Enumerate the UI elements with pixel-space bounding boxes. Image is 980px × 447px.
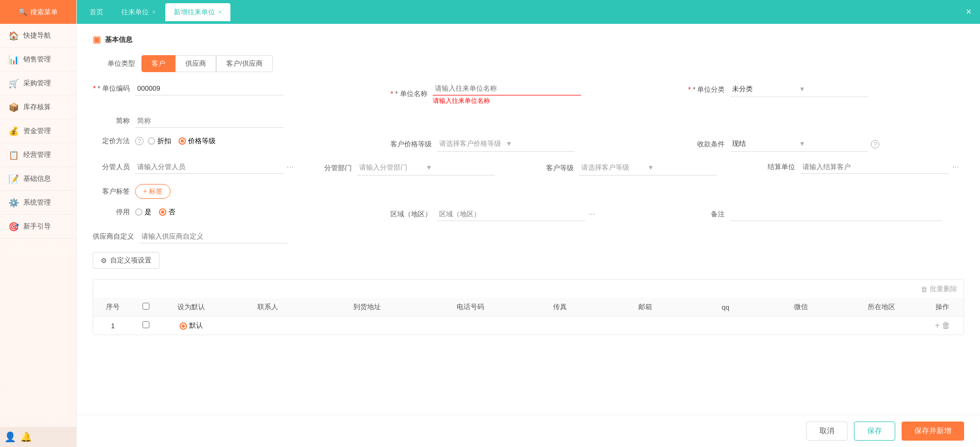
tab-units-close[interactable]: × [152,8,156,16]
form-row-shortname: 简称 [93,114,964,128]
row-contact[interactable] [223,317,313,335]
customer-level-select[interactable]: 请选择客户等级 ▼ [579,160,717,176]
manager-input[interactable] [135,160,283,174]
contact-input[interactable] [247,322,289,330]
bottom-action-bar: 取消 保存 保存并新增 [77,415,980,447]
phone-input[interactable] [447,322,494,330]
batch-delete-button[interactable]: 🗑 批量删除 [921,284,957,294]
sidebar: 🔍 搜索菜单 🏠 快捷导航 📊 销售管理 🛒 采购管理 📦 库存核算 💰 资金管… [0,0,77,447]
disable-radio-yes[interactable]: 是 [135,207,152,217]
sidebar-item-inventory[interactable]: 📦 库存核算 [0,95,76,119]
address-input[interactable] [341,322,394,330]
sidebar-item-label: 资金管理 [23,126,51,136]
row-email[interactable] [600,317,690,335]
guide-icon: 🎯 [8,221,19,232]
row-qq[interactable] [690,317,761,335]
finance-icon: 💰 [8,126,19,136]
pricing-help-icon[interactable]: ? [135,137,144,145]
category-label: * 单位分类 [688,85,730,94]
default-label: 默认 [189,321,203,329]
shortname-input[interactable] [135,114,283,128]
sidebar-item-basic[interactable]: 📝 基础信息 [0,167,76,191]
search-menu-button[interactable]: 🔍 搜索菜单 [19,7,58,17]
tab-new-unit[interactable]: 新增往来单位 × [165,3,230,21]
chevron-down-icon: ▼ [799,85,866,93]
form-row-supplier-custom: 供应商自定义 [93,230,964,243]
sidebar-item-guide[interactable]: 🎯 新手引导 [0,215,76,239]
col-checkbox [132,298,159,317]
chevron-down-icon5: ▼ [648,164,715,171]
row-address[interactable] [313,317,421,335]
region-label: 区域（地区） [390,209,437,219]
shortname-label: 简称 [93,116,135,126]
sidebar-item-label: 基础信息 [23,174,51,183]
row-wechat[interactable] [761,317,841,335]
settlement-more-button[interactable]: ··· [949,162,962,172]
pricing-radio-discount[interactable]: 折扣 [148,136,171,146]
sidebar-item-system[interactable]: ⚙️ 系统管理 [0,191,76,215]
manager-label: 分管人员 [93,162,135,172]
disable-radio-no[interactable]: 否 [159,207,175,217]
pricing-radio-level[interactable]: 价格等级 [179,136,216,146]
customize-settings-button[interactable]: ⚙ 自定义项设置 [93,252,159,269]
name-input[interactable] [433,82,581,95]
save-button[interactable]: 保存 [854,422,895,441]
row-phone[interactable] [421,317,520,335]
qq-input[interactable] [709,322,741,330]
notification-icon: 🔔 [20,431,32,443]
tab-new-unit-close[interactable]: × [218,8,222,16]
manager-more-button[interactable]: ··· [283,162,297,172]
row-fax[interactable] [520,317,601,335]
row-location[interactable] [841,317,922,335]
unit-type-both-button[interactable]: 客户/供应商 [216,55,273,72]
dept-label: 分管部门 [315,163,357,173]
remark-input[interactable] [730,207,942,221]
sidebar-item-operations[interactable]: 📋 经营管理 [0,143,76,167]
tabs-close-all-button[interactable]: × [961,4,976,20]
sidebar-item-finance[interactable]: 💰 资金管理 [0,119,76,143]
row-add-button[interactable]: + [935,321,940,330]
sales-icon: 📊 [8,54,19,65]
tab-home[interactable]: 首页 [81,3,112,21]
sidebar-item-purchase[interactable]: 🛒 采购管理 [0,72,76,95]
col-email: 邮箱 [600,298,690,317]
sidebar-item-label: 快捷导航 [23,31,51,40]
category-select[interactable]: 未分类 ▼ [730,82,868,97]
payment-select[interactable]: 现结 ▼ [730,136,868,152]
radio-circle-level [179,137,186,145]
email-input[interactable] [624,322,666,330]
col-location: 所在地区 [841,298,922,317]
unit-type-customer-button[interactable]: 客户 [141,55,175,72]
cancel-button[interactable]: 取消 [806,422,848,441]
tab-units[interactable]: 往来单位 × [113,3,164,21]
region-more-button[interactable]: ··· [585,209,599,219]
unit-type-supplier-button[interactable]: 供应商 [175,55,216,72]
form-row-1: * 单位编码 * 单位名称 请输入往来单位名称 * 单位分类 未分类 ▼ [93,82,964,106]
user-avatar-icon: 👤 [4,431,16,443]
sidebar-item-sales[interactable]: 📊 销售管理 [0,48,76,72]
settlement-input[interactable] [800,160,949,174]
fax-input[interactable] [541,322,578,330]
region-input[interactable] [437,207,585,221]
location-input[interactable] [863,322,900,330]
dept-select[interactable]: 请输入分管部门 ▼ [357,160,495,176]
add-tag-button[interactable]: + 标签 [135,184,171,199]
chevron-down-icon2: ▼ [506,140,573,147]
save-and-new-button[interactable]: 保存并新增 [902,422,964,441]
wechat-input[interactable] [782,322,819,330]
supplier-custom-input[interactable] [139,230,288,243]
code-input[interactable] [135,82,283,95]
row-select-checkbox[interactable] [142,321,149,328]
radio-circle-no [159,208,166,216]
sidebar-item-label: 系统管理 [23,198,51,207]
table-row: 1 默认 [93,317,964,335]
field-manager: 分管人员 ··· [93,160,299,174]
payment-help-icon[interactable]: ? [871,140,879,148]
sidebar-item-label: 新手引导 [23,222,51,231]
default-radio[interactable] [180,322,187,330]
select-all-checkbox[interactable] [142,303,149,310]
customer-price-select[interactable]: 请选择客户价格等级 ▼ [437,136,575,152]
table-header-row: 🗑 批量删除 [93,280,964,298]
sidebar-item-quick-nav[interactable]: 🏠 快捷导航 [0,24,76,48]
row-delete-button[interactable]: 🗑 [942,321,950,330]
